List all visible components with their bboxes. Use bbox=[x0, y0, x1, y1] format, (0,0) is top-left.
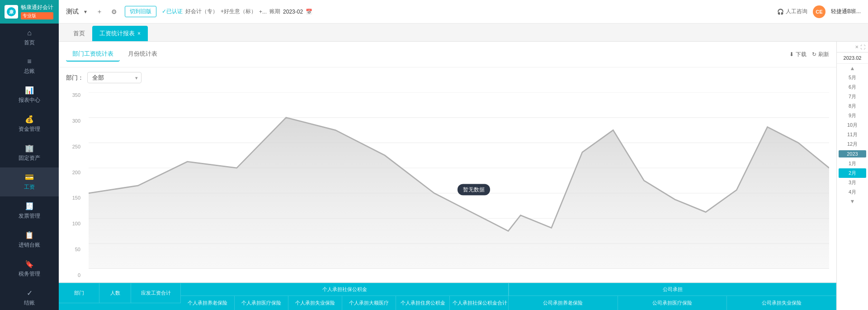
refresh-btn[interactable]: ↻ 刷新 bbox=[812, 51, 829, 58]
company-group-cols: 公司承担养老保险 公司承担医疗保险 公司承担失业保险 bbox=[509, 296, 836, 310]
panel-up-icon[interactable]: ▲ bbox=[849, 64, 857, 73]
nav-icon: 🏢 bbox=[25, 144, 34, 153]
year-2023-label: 2023 bbox=[839, 150, 866, 157]
th-dept: 部门 bbox=[59, 283, 99, 303]
settings-icon[interactable]: ⚙ bbox=[108, 6, 119, 17]
month-7[interactable]: 7月 bbox=[837, 92, 868, 101]
month-6[interactable]: 6月 bbox=[837, 82, 868, 92]
y-axis: 350 300 250 200 150 100 50 0 bbox=[66, 92, 84, 278]
chart-area: 350 300 250 200 150 100 50 0 bbox=[59, 88, 836, 282]
sub-tab-monthly[interactable]: 月份统计表 bbox=[122, 47, 164, 62]
panel-down-icon[interactable]: ▼ bbox=[849, 197, 857, 206]
dept-select[interactable]: 全部 财务部 技术部 销售部 bbox=[87, 72, 142, 83]
tag-more: +... bbox=[259, 9, 267, 15]
calendar-icon[interactable]: 📅 bbox=[306, 9, 312, 15]
month-2-active[interactable]: 2月 bbox=[839, 168, 866, 178]
sidebar-item-发票管理[interactable]: 🧾发票管理 bbox=[0, 196, 59, 225]
month-5[interactable]: 5月 bbox=[837, 73, 868, 82]
panel-date: 2023.02 bbox=[837, 52, 868, 64]
sidebar-item-首页[interactable]: ⌂首页 bbox=[0, 24, 59, 52]
y-label-150: 150 bbox=[66, 195, 84, 200]
tag-period-label: 账期 bbox=[269, 8, 280, 15]
th-personal-extra-med: 个人承担大额医疗 bbox=[342, 296, 396, 310]
th-salary-total: 应发工资合计 bbox=[131, 283, 181, 303]
month-11[interactable]: 11月 bbox=[837, 130, 868, 139]
add-icon[interactable]: ＋ bbox=[94, 6, 105, 17]
sidebar-item-工资[interactable]: 💳工资 bbox=[0, 167, 59, 196]
company-group-header: 公司承担 bbox=[509, 283, 836, 296]
fixed-cols: 部门 人数 应发工资合计 bbox=[59, 283, 181, 310]
tab-salary-report[interactable]: 工资统计报表 × bbox=[92, 26, 148, 41]
sidebar-item-进销台账[interactable]: 📋进销台账 bbox=[0, 225, 59, 254]
th-personal-medical: 个人承担医疗保险 bbox=[235, 296, 288, 310]
th-personal-old: 个人承担养老保险 bbox=[181, 296, 235, 310]
nav-icon: 💰 bbox=[25, 115, 34, 124]
personal-group: 个人承担社保公积金 个人承担养老保险 个人承担医疗保险 个人承担失业保险 个人承… bbox=[181, 283, 509, 310]
month-10[interactable]: 10月 bbox=[837, 120, 868, 130]
download-icon: ⬇ bbox=[789, 51, 794, 57]
th-company-old: 公司承担养老保险 bbox=[509, 296, 618, 310]
sidebar: 康 畅康通好会计 专业版 ⌂首页≡总账📊报表中心💰资金管理🏢固定资产💳工资🧾发票… bbox=[0, 0, 59, 310]
panel-close-icon[interactable]: × bbox=[855, 43, 859, 50]
nav-label: 结账 bbox=[24, 299, 35, 307]
tab-home[interactable]: 首页 bbox=[66, 26, 92, 41]
fixed-cols-top: 部门 人数 应发工资合计 bbox=[59, 283, 181, 303]
prev-year-months: 5月 6月 7月 8月 9月 10月 11月 12月 bbox=[837, 73, 868, 149]
content-area: 部门工资统计表 月份统计表 ⬇ 下载 ↻ 刷新 bbox=[59, 42, 868, 310]
user-avatar: CE bbox=[813, 5, 826, 18]
download-btn[interactable]: ⬇ 下载 bbox=[789, 51, 807, 58]
chart-inner: 暂无数据 bbox=[89, 92, 829, 269]
topbar-actions: ＋ ⚙ bbox=[94, 6, 119, 17]
month-4[interactable]: 4月 bbox=[837, 187, 868, 197]
user-name: 轻捷通B班... bbox=[831, 8, 861, 15]
nav-label: 税务管理 bbox=[19, 270, 40, 278]
y-label-300: 300 bbox=[66, 118, 84, 124]
topbar-dropdown[interactable]: ▾ bbox=[84, 9, 87, 15]
nav-label: 报表中心 bbox=[19, 96, 40, 104]
nav-label: 总账 bbox=[24, 67, 35, 75]
nav-label: 固定资产 bbox=[19, 154, 40, 162]
main-content: 测试 ▾ ＋ ⚙ 切到旧版 ✓已认证 好会计（专） +好生意（标） +... 账… bbox=[59, 0, 868, 310]
toolbar-btns: ⬇ 下载 ↻ 刷新 bbox=[789, 51, 829, 58]
user-service-btn[interactable]: 🎧 人工咨询 bbox=[777, 8, 807, 15]
month-1[interactable]: 1月 bbox=[837, 159, 868, 168]
nav-icon: ≡ bbox=[27, 57, 31, 66]
sidebar-item-固定资产[interactable]: 🏢固定资产 bbox=[0, 138, 59, 167]
headset-icon: 🎧 bbox=[777, 9, 784, 15]
topbar: 测试 ▾ ＋ ⚙ 切到旧版 ✓已认证 好会计（专） +好生意（标） +... 账… bbox=[59, 0, 868, 24]
panel-expand-icon[interactable]: ⛶ bbox=[860, 44, 865, 50]
logo: 康 畅康通好会计 专业版 bbox=[0, 0, 59, 24]
personal-group-header: 个人承担社保公积金 bbox=[181, 283, 509, 296]
filter-select-wrap: 全部 财务部 技术部 销售部 bbox=[87, 72, 142, 83]
month-3[interactable]: 3月 bbox=[837, 178, 868, 187]
tag-good-biz: +好生意（标） bbox=[221, 8, 256, 15]
nav-icon: 📋 bbox=[25, 231, 34, 239]
sub-tab-dept[interactable]: 部门工资统计表 bbox=[66, 47, 120, 62]
chart-svg bbox=[89, 92, 829, 269]
content-toolbar: 部门工资统计表 月份统计表 ⬇ 下载 ↻ 刷新 bbox=[59, 42, 836, 67]
th-company-medical: 公司承担医疗保险 bbox=[618, 296, 727, 310]
switch-button[interactable]: 切到旧版 bbox=[125, 6, 156, 17]
month-12[interactable]: 12月 bbox=[837, 139, 868, 149]
month-9[interactable]: 9月 bbox=[837, 111, 868, 120]
tab-close-icon[interactable]: × bbox=[137, 30, 141, 37]
month-8[interactable]: 8月 bbox=[837, 101, 868, 111]
right-panel: × ⛶ 2023.02 ▲ 5月 6月 7月 8月 9月 10月 11月 12月 bbox=[836, 42, 868, 310]
chart-wrap: 350 300 250 200 150 100 50 0 bbox=[66, 92, 829, 278]
sub-tabs: 部门工资统计表 月份统计表 bbox=[66, 47, 164, 62]
sidebar-item-总账[interactable]: ≡总账 bbox=[0, 52, 59, 81]
sidebar-item-资金管理[interactable]: 💰资金管理 bbox=[0, 110, 59, 138]
topbar-right: 🎧 人工咨询 CE 轻捷通B班... bbox=[777, 5, 861, 18]
th-personal-housing: 个人承担住房公积金 bbox=[396, 296, 450, 310]
sidebar-item-税务管理[interactable]: 🔖税务管理 bbox=[0, 254, 59, 283]
nav-icon: ⌂ bbox=[27, 29, 32, 37]
logo-text-wrap: 畅康通好会计 专业版 bbox=[21, 4, 53, 19]
logo-text: 畅康通好会计 bbox=[21, 4, 53, 11]
th-personal-total: 个人承担社保公积金合计 bbox=[450, 296, 509, 310]
th-count: 人数 bbox=[99, 283, 131, 303]
sidebar-item-报表中心[interactable]: 📊报表中心 bbox=[0, 81, 59, 110]
nav-icon: ✓ bbox=[27, 289, 33, 297]
refresh-icon: ↻ bbox=[812, 51, 816, 57]
tag-certified: ✓已认证 bbox=[162, 8, 183, 15]
sidebar-item-结账[interactable]: ✓结账 bbox=[0, 283, 59, 310]
